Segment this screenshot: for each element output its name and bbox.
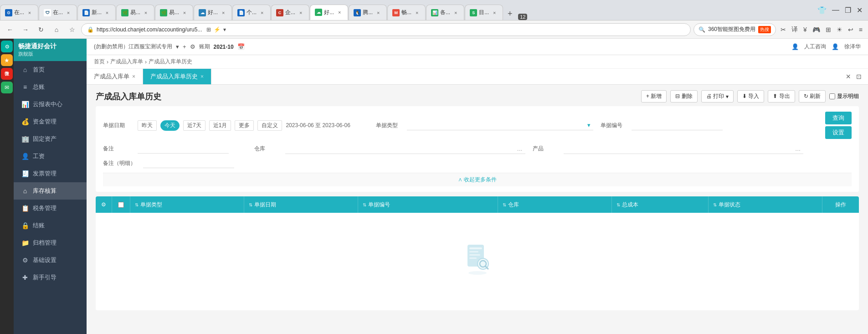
tab-history[interactable]: 产成品入库单历史 ×	[143, 69, 211, 84]
menu-icon[interactable]: ≡	[857, 25, 864, 34]
query-button[interactable]: 查询	[825, 112, 852, 124]
browser-tab-2[interactable]: 🛡 在... ×	[39, 5, 77, 20]
browser-tab-4[interactable]: 🌿 易... ×	[116, 5, 154, 20]
sidebar-item-archive[interactable]: 📁 归档管理	[14, 234, 87, 252]
page-close-button[interactable]: ×	[843, 72, 853, 82]
sidebar-item-home[interactable]: ⌂ 首页	[14, 61, 87, 78]
tab11-close[interactable]: ×	[413, 9, 421, 16]
grid-icon[interactable]: ⊞	[824, 25, 833, 34]
translate-icon[interactable]: 译	[790, 25, 800, 35]
sun-icon[interactable]: ☀	[835, 25, 844, 34]
undo-icon[interactable]: ↩	[846, 25, 855, 34]
star-app-icon[interactable]: ★	[1, 54, 13, 66]
calendar-icon[interactable]: 📅	[237, 43, 245, 50]
back-button[interactable]: ←	[4, 23, 16, 36]
date-btn-yesterday[interactable]: 昨天	[138, 120, 157, 131]
browser-tab-7[interactable]: 📄 个... ×	[232, 5, 271, 20]
sidebar-item-settings[interactable]: ⚙ 基础设置	[14, 252, 87, 269]
print-button[interactable]: 🖨 打印 ▾	[701, 90, 734, 103]
tab-list[interactable]: 产成品入库单 ×	[87, 69, 143, 84]
warehouse-select[interactable]: ...	[285, 144, 525, 154]
th-number[interactable]: ⇅ 单据编号	[358, 196, 498, 213]
detail-note-input[interactable]	[143, 159, 234, 168]
company-dropdown-icon[interactable]: ▾	[176, 43, 179, 50]
date-btn-7days[interactable]: 近7天	[183, 120, 205, 131]
game-icon[interactable]: 🎮	[811, 25, 822, 34]
delete-button[interactable]: ⊟ 删除	[670, 90, 697, 103]
tab7-close[interactable]: ×	[258, 9, 266, 16]
tab5-close[interactable]: ×	[181, 9, 188, 16]
collapse-button[interactable]: ∧ 收起更多条件	[103, 173, 852, 186]
product-dots[interactable]: ...	[795, 145, 801, 152]
add-button[interactable]: + 新增	[641, 90, 667, 103]
settings-cog-icon[interactable]: ⚙	[190, 43, 195, 50]
tab8-close[interactable]: ×	[297, 9, 304, 16]
sidebar-item-inventory[interactable]: ⌂ 库存核算	[14, 182, 87, 200]
browser-tab-10[interactable]: 🐧 腾... ×	[349, 5, 387, 20]
sidebar-item-funds[interactable]: 💰 资金管理	[14, 113, 87, 130]
th-settings[interactable]: ⚙	[96, 196, 112, 213]
browser-tab-8[interactable]: C 企... ×	[271, 5, 309, 20]
tab6-close[interactable]: ×	[220, 9, 227, 16]
email-app-icon[interactable]: ✉	[1, 82, 13, 93]
address-input[interactable]: 🔒 https://cloud.chanjet.com/accounting/u…	[81, 23, 691, 36]
browser-tab-1[interactable]: ⊙ 在... ×	[0, 5, 38, 20]
browser-tab-6[interactable]: ☁ 好... ×	[194, 5, 232, 20]
warehouse-dots[interactable]: ...	[517, 145, 523, 152]
forward-button[interactable]: →	[19, 23, 32, 36]
chanjet-app-icon[interactable]: ⊙	[1, 41, 13, 52]
browser-tab-5[interactable]: 🌿 易... ×	[155, 5, 193, 20]
tab-history-close[interactable]: ×	[200, 73, 204, 80]
date-btn-today[interactable]: 今天	[160, 120, 180, 131]
sidebar-item-assets[interactable]: 🏢 固定资产	[14, 130, 87, 148]
minimize-button[interactable]: —	[830, 5, 841, 15]
tab3-close[interactable]: ×	[103, 9, 111, 16]
date-btn-more[interactable]: 更多	[235, 120, 254, 131]
scissors-icon[interactable]: ✂	[779, 25, 788, 34]
tab9-close[interactable]: ×	[336, 9, 343, 16]
th-date[interactable]: ⇅ 单据日期	[244, 196, 358, 213]
th-status[interactable]: ⇅ 单据状态	[709, 196, 822, 213]
tab13-close[interactable]: ×	[491, 9, 498, 16]
tab10-close[interactable]: ×	[375, 9, 382, 16]
tab4-close[interactable]: ×	[142, 9, 149, 16]
number-input[interactable]	[632, 121, 723, 130]
sidebar-item-ledger[interactable]: ≡ 总账	[14, 78, 87, 96]
browser-tab-11[interactable]: M 畅... ×	[387, 5, 426, 20]
weibo-app-icon[interactable]: 微	[1, 68, 13, 80]
sidebar-item-wages[interactable]: 👤 工资	[14, 148, 87, 165]
product-select[interactable]: ...	[564, 144, 804, 154]
browser-tab-3[interactable]: 📄 新... ×	[77, 5, 116, 20]
browser-tab-12[interactable]: 📊 各... ×	[426, 5, 464, 20]
browser-tab-13[interactable]: S 目... ×	[465, 5, 503, 20]
search-box[interactable]: 🔍 360智能抠图免费用 热搜	[693, 23, 776, 36]
date-btn-custom[interactable]: 自定义	[257, 120, 282, 131]
sidebar-item-reports[interactable]: 📊 云报表中心	[14, 96, 87, 113]
show-columns-checkbox[interactable]	[829, 93, 835, 99]
refresh-button-toolbar[interactable]: ↻ 刷新	[799, 90, 826, 103]
type-select[interactable]: ▾	[407, 120, 593, 130]
breadcrumb-home[interactable]: 首页	[94, 58, 105, 66]
browser-tab-9[interactable]: ☁ 好... ×	[310, 5, 348, 20]
close-window-button[interactable]: ✕	[855, 5, 864, 15]
home-button[interactable]: ⌂	[50, 23, 63, 36]
add-company-button[interactable]: +	[183, 43, 186, 50]
filter-settings-button[interactable]: 设置	[825, 126, 852, 139]
show-columns-toggle[interactable]: 显示明细	[829, 92, 859, 100]
page-expand-button[interactable]: ⊡	[853, 73, 864, 80]
tab1-close[interactable]: ×	[26, 9, 33, 16]
th-cost[interactable]: ⇅ 总成本	[612, 196, 709, 213]
breadcrumb-list[interactable]: 产成品入库单	[110, 58, 143, 66]
sidebar-item-closing[interactable]: 🔒 结账	[14, 217, 87, 234]
sidebar-item-newentry[interactable]: ✚ 新手引导	[14, 269, 87, 286]
th-checkbox[interactable]	[112, 196, 130, 213]
tab-list-close[interactable]: ×	[132, 73, 135, 80]
import-button[interactable]: ⬇ 导入	[737, 90, 764, 103]
date-btn-1month[interactable]: 近1月	[209, 120, 231, 131]
note-input[interactable]	[138, 144, 229, 154]
select-all-checkbox[interactable]	[118, 202, 124, 208]
th-warehouse[interactable]: ⇅ 仓库	[498, 196, 612, 213]
sidebar-item-invoices[interactable]: 🧾 发票管理	[14, 165, 87, 182]
export-button[interactable]: ⬆ 导出	[768, 90, 795, 103]
new-tab-button[interactable]: +	[503, 7, 516, 20]
